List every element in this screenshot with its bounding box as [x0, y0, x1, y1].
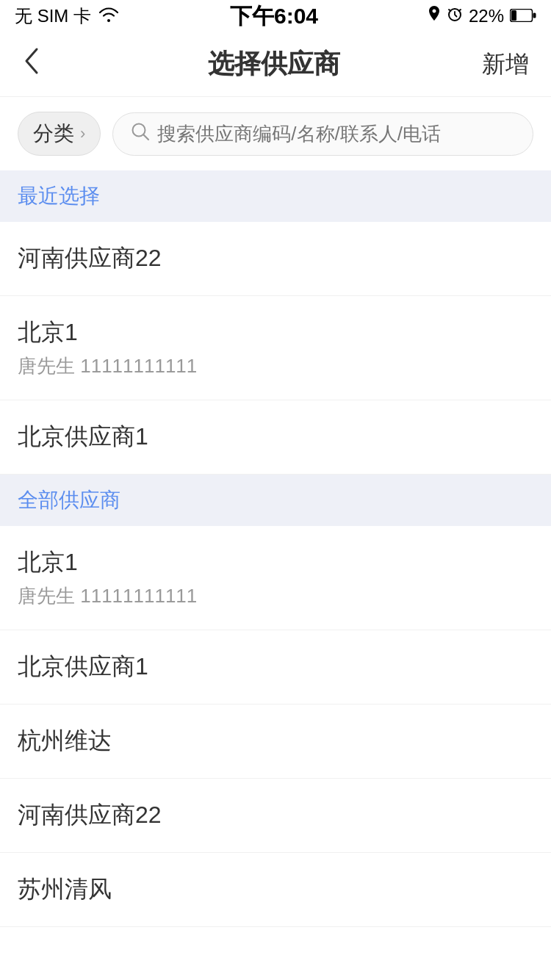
location-icon	[428, 6, 441, 26]
item-sub: 唐先生 11111111111	[18, 583, 533, 609]
list-item[interactable]: 北京1唐先生 11111111111	[0, 526, 551, 630]
recent-section-label: 最近选择	[18, 184, 100, 207]
page-title: 选择供应商	[208, 46, 340, 82]
nav-bar: 选择供应商 新增	[0, 32, 551, 97]
list-item[interactable]: 河南供应商22	[0, 222, 551, 296]
battery-icon	[510, 6, 536, 26]
status-time: 下午6:04	[230, 1, 318, 32]
item-name: 北京1	[18, 547, 533, 579]
list-item[interactable]: 北京供应商1	[0, 630, 551, 705]
list-item[interactable]: 苏州清风	[0, 853, 551, 927]
list-item[interactable]: 杭州维达	[0, 705, 551, 779]
sim-label: 无 SIM 卡	[15, 4, 91, 28]
category-button[interactable]: 分类 ›	[18, 112, 101, 156]
wifi-icon	[97, 6, 120, 26]
item-name: 苏州清风	[18, 873, 533, 906]
recent-section-header: 最近选择	[0, 170, 551, 222]
svg-rect-3	[511, 10, 516, 21]
back-button[interactable]	[22, 46, 66, 82]
item-name: 河南供应商22	[18, 242, 533, 275]
svg-rect-2	[533, 13, 536, 18]
alarm-icon	[447, 6, 463, 26]
list-item[interactable]: 河南供应商22	[0, 779, 551, 853]
add-button[interactable]: 新增	[482, 48, 529, 81]
recent-items-list: 河南供应商22北京1唐先生 11111111111北京供应商1	[0, 222, 551, 475]
search-icon	[131, 122, 150, 146]
item-sub: 唐先生 11111111111	[18, 353, 533, 379]
status-right: 22%	[428, 6, 536, 26]
item-name: 杭州维达	[18, 725, 533, 757]
all-section-header: 全部供应商	[0, 475, 551, 526]
item-name: 北京供应商1	[18, 651, 533, 683]
chevron-right-icon: ›	[80, 124, 85, 143]
search-box	[112, 112, 533, 156]
all-section-label: 全部供应商	[18, 489, 120, 511]
search-input[interactable]	[157, 123, 515, 145]
status-bar: 无 SIM 卡 下午6:04 22%	[0, 0, 551, 32]
list-item[interactable]: 北京供应商1	[0, 400, 551, 475]
item-name: 河南供应商22	[18, 799, 533, 832]
battery-percent: 22%	[469, 6, 504, 26]
list-item[interactable]: 北京1唐先生 11111111111	[0, 296, 551, 400]
all-items-list: 北京1唐先生 11111111111北京供应商1杭州维达河南供应商22苏州清风	[0, 526, 551, 927]
category-label: 分类	[33, 120, 74, 148]
item-name: 北京1	[18, 317, 533, 349]
item-name: 北京供应商1	[18, 421, 533, 453]
filter-bar: 分类 ›	[0, 97, 551, 170]
status-left: 无 SIM 卡	[15, 4, 120, 28]
